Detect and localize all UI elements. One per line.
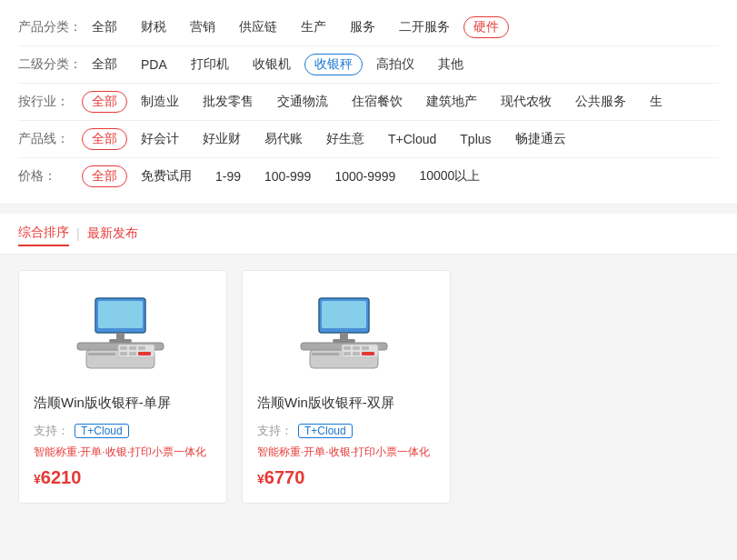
svg-rect-12 bbox=[138, 352, 151, 355]
filter-item[interactable]: 生 bbox=[640, 91, 672, 113]
support-label: 支持： bbox=[34, 423, 69, 439]
product-desc: 智能称重·开单·收银·打印小票一体化 bbox=[34, 445, 212, 460]
sort-bar: 综合排序 | 最新发布 bbox=[0, 214, 737, 255]
price-symbol: ¥ bbox=[34, 472, 41, 486]
filter-label-product-category: 产品分类： bbox=[18, 19, 82, 35]
price-symbol: ¥ bbox=[257, 472, 264, 486]
product-image bbox=[257, 289, 435, 380]
filter-items-price: 全部免费试用1-99100-9991000-999910000以上 bbox=[82, 165, 490, 187]
svg-rect-21 bbox=[344, 346, 351, 350]
filter-item[interactable]: 10000以上 bbox=[409, 165, 490, 187]
filter-items-industry: 全部制造业批发零售交通物流住宿餐饮建筑地产现代农牧公共服务生 bbox=[82, 91, 672, 113]
filter-item[interactable]: 制造业 bbox=[131, 91, 189, 113]
product-price: ¥6210 bbox=[34, 467, 212, 488]
filter-item[interactable]: 二开服务 bbox=[389, 16, 460, 38]
filter-item[interactable]: 批发零售 bbox=[193, 91, 264, 113]
product-desc: 智能称重·开单·收银·打印小票一体化 bbox=[257, 445, 435, 460]
filter-item[interactable]: 好业财 bbox=[193, 128, 251, 150]
filter-items-sub-category: 全部PDA打印机收银机收银秤高拍仪其他 bbox=[82, 54, 473, 75]
product-support: 支持： T+Cloud bbox=[34, 423, 212, 439]
filter-item[interactable]: 供应链 bbox=[229, 16, 287, 38]
filter-item[interactable]: 交通物流 bbox=[267, 91, 338, 113]
filter-items-product-category: 全部财税营销供应链生产服务二开服务硬件 bbox=[82, 16, 509, 38]
filter-row-price: 价格： 全部免费试用1-99100-9991000-999910000以上 bbox=[18, 158, 719, 195]
svg-rect-1 bbox=[98, 301, 143, 328]
svg-rect-16 bbox=[340, 333, 348, 340]
support-label: 支持： bbox=[257, 423, 293, 439]
filter-item[interactable]: 好生意 bbox=[316, 128, 374, 150]
filter-item[interactable]: 现代农牧 bbox=[491, 91, 562, 113]
svg-rect-13 bbox=[88, 353, 115, 355]
filter-item[interactable]: 硬件 bbox=[463, 16, 509, 38]
filter-item[interactable]: 生产 bbox=[291, 16, 336, 38]
filter-item[interactable]: 高拍仪 bbox=[366, 54, 424, 75]
filter-item[interactable]: T+Cloud bbox=[378, 129, 446, 149]
sort-item[interactable]: 综合排序 bbox=[18, 221, 69, 246]
sort-item[interactable]: 最新发布 bbox=[87, 222, 138, 245]
filter-item[interactable]: 全部 bbox=[82, 16, 127, 38]
product-card[interactable]: 浩顺Win版收银秤-双屏 支持： T+Cloud 智能称重·开单·收银·打印小票… bbox=[242, 270, 451, 504]
filter-item[interactable]: PDA bbox=[131, 55, 177, 75]
filter-label-price: 价格： bbox=[18, 168, 82, 185]
svg-rect-11 bbox=[129, 352, 136, 355]
filter-item[interactable]: 打印机 bbox=[181, 54, 239, 75]
product-grid: 浩顺Win版收银秤-单屏 支持： T+Cloud 智能称重·开单·收银·打印小票… bbox=[0, 255, 737, 518]
filter-item[interactable]: 收银机 bbox=[243, 54, 301, 75]
filter-item[interactable]: Tplus bbox=[450, 129, 501, 149]
filter-item[interactable]: 收银秤 bbox=[304, 54, 363, 75]
svg-rect-9 bbox=[138, 346, 145, 350]
filter-item[interactable]: 服务 bbox=[340, 16, 385, 38]
product-name: 浩顺Win版收银秤-单屏 bbox=[34, 395, 212, 412]
filter-section: 产品分类： 全部财税营销供应链生产服务二开服务硬件 二级分类： 全部PDA打印机… bbox=[0, 0, 737, 205]
filter-item[interactable]: 好会计 bbox=[131, 128, 189, 150]
svg-rect-24 bbox=[344, 352, 351, 355]
svg-rect-25 bbox=[353, 352, 360, 355]
filter-item[interactable]: 畅捷通云 bbox=[505, 128, 576, 150]
filter-item[interactable]: 全部 bbox=[82, 91, 127, 113]
svg-rect-23 bbox=[362, 346, 369, 350]
filter-item[interactable]: 100-999 bbox=[254, 166, 321, 186]
filter-label-industry: 按行业： bbox=[18, 94, 82, 110]
svg-rect-27 bbox=[312, 353, 339, 355]
filter-item[interactable]: 1000-9999 bbox=[324, 166, 405, 186]
svg-rect-10 bbox=[120, 352, 127, 355]
sort-divider: | bbox=[76, 226, 80, 241]
filter-item[interactable]: 免费试用 bbox=[131, 165, 202, 187]
filter-item[interactable]: 易代账 bbox=[254, 128, 313, 150]
filter-row-sub-category: 二级分类： 全部PDA打印机收银机收银秤高拍仪其他 bbox=[18, 46, 719, 84]
support-tag[interactable]: T+Cloud bbox=[298, 424, 353, 438]
filter-label-product-line: 产品线： bbox=[18, 131, 82, 147]
filter-label-sub-category: 二级分类： bbox=[18, 56, 82, 73]
filter-row-product-category: 产品分类： 全部财税营销供应链生产服务二开服务硬件 bbox=[18, 9, 719, 46]
svg-rect-22 bbox=[353, 346, 360, 350]
svg-rect-15 bbox=[322, 301, 366, 328]
product-support: 支持： T+Cloud bbox=[257, 423, 435, 439]
filter-item[interactable]: 建筑地产 bbox=[416, 91, 487, 113]
filter-row-product-line: 产品线： 全部好会计好业财易代账好生意T+CloudTplus畅捷通云 bbox=[18, 121, 719, 158]
filter-items-product-line: 全部好会计好业财易代账好生意T+CloudTplus畅捷通云 bbox=[82, 128, 576, 150]
support-tag[interactable]: T+Cloud bbox=[75, 424, 129, 438]
product-price: ¥6770 bbox=[257, 467, 435, 488]
svg-rect-3 bbox=[109, 339, 132, 343]
filter-item[interactable]: 营销 bbox=[180, 16, 225, 38]
svg-rect-2 bbox=[116, 333, 124, 340]
filter-item[interactable]: 全部 bbox=[82, 165, 127, 187]
svg-rect-26 bbox=[362, 352, 374, 355]
svg-rect-7 bbox=[120, 346, 127, 350]
filter-item[interactable]: 1-99 bbox=[205, 166, 251, 186]
svg-rect-8 bbox=[129, 346, 136, 350]
filter-item[interactable]: 财税 bbox=[131, 16, 176, 38]
product-image bbox=[34, 289, 212, 380]
filter-row-industry: 按行业： 全部制造业批发零售交通物流住宿餐饮建筑地产现代农牧公共服务生 bbox=[18, 84, 719, 121]
filter-item[interactable]: 住宿餐饮 bbox=[342, 91, 413, 113]
filter-item[interactable]: 全部 bbox=[82, 128, 127, 150]
filter-item[interactable]: 其他 bbox=[428, 54, 473, 75]
filter-item[interactable]: 全部 bbox=[82, 54, 127, 75]
product-name: 浩顺Win版收银秤-双屏 bbox=[257, 395, 435, 412]
svg-rect-17 bbox=[333, 339, 355, 343]
product-card[interactable]: 浩顺Win版收银秤-单屏 支持： T+Cloud 智能称重·开单·收银·打印小票… bbox=[18, 270, 227, 504]
filter-item[interactable]: 公共服务 bbox=[565, 91, 636, 113]
